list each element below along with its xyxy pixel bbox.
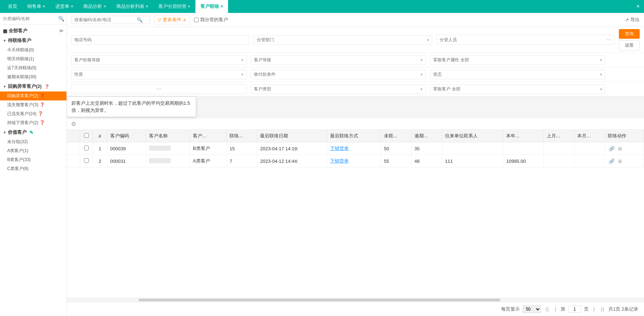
per-page-label: 每页显示 [501,306,520,312]
filter-phone-label: 电话号码 [74,37,92,43]
export-button[interactable]: ↗ 导出 [625,16,640,23]
action-grid-icon-2[interactable]: ⊞ [618,159,622,164]
filter-scattered-attr[interactable]: 零散客户属性 全部 ▾ [430,55,605,65]
filter-row-3: 性质 ▾ 收付款条件 ▾ 状态 ▾ [67,67,644,82]
sidebar-item-a-class[interactable]: A类客户(1) [0,146,66,155]
filter-scattered-customers[interactable]: 零散客户 全部 ▾ [430,84,605,94]
td-level-2: A类客户 [190,155,227,168]
prev-first-icon[interactable]: ⟨⟨ [544,306,550,312]
action-link-icon-2[interactable]: 🔗 [609,159,615,164]
table-header-row: # 客户编码 客户名称 客户... 联络... 最后联络日期 最后联络方式 未联… [67,130,644,142]
more-conditions-label: 更多条件 [163,16,181,23]
per-page-select[interactable]: 50 20 100 [523,305,541,313]
nav-sales[interactable]: 销售单 × [22,0,50,13]
td-code-1: 000039 [107,142,146,155]
next-last-icon[interactable]: ⟩⟩ [599,306,606,312]
chevron-up-icon: ∧ [183,17,186,23]
sidebar-collapse-icon[interactable]: ≫ [59,28,64,33]
row-checkbox-1[interactable] [84,146,89,150]
query-button[interactable]: 查询 [619,29,640,39]
sidebar-section-value[interactable]: ▼ 价值客户 ✎ [0,127,66,137]
page-input[interactable] [568,306,581,313]
sidebar-section-abnormal[interactable]: ▼ 回购异常客户(2) ❓ [0,81,66,91]
th-no: # [93,130,107,142]
edit-icon[interactable]: ✎ [29,130,33,135]
sidebar-item-7days[interactable]: 近7天待联络(0) [0,63,66,72]
sidebar-item-tomorrow[interactable]: 明天待联络(1) [0,55,66,63]
sidebar-section-pending[interactable]: ▼ 待联络客户 [0,36,66,46]
arrow-down-icon3: ▼ [3,131,6,135]
more-fields-icon[interactable]: ··· [156,86,161,92]
row-checkbox-2[interactable] [84,158,89,163]
td-last-month-1 [543,142,574,155]
prev-icon[interactable]: ⟨ [553,306,558,312]
next-icon[interactable]: ⟩ [592,306,596,312]
export-label: 导出 [630,16,640,23]
action-link-icon-1[interactable]: 🔗 [609,146,615,151]
sidebar-item-overdue[interactable]: 逾期未联络(30) [0,72,66,81]
nav-product-list[interactable]: 商品分析列表 × [111,0,153,13]
th-last-contact-type: 最后联络方式 [327,130,381,142]
nav-customer-contact[interactable]: 客户联络 × [195,0,228,13]
td-contacts-2: 111 [442,155,503,168]
filter-phone[interactable]: 电话号码 [71,35,249,45]
td-last-month-2 [543,155,574,168]
sidebar-item-abnormal-active[interactable]: 回购异常客户(2) ❓ [0,91,66,100]
select-all-checkbox[interactable] [84,133,89,138]
filter-customer-level[interactable]: 客户等级 ▾ [251,55,426,65]
tooltip-text: 距客户上次交易时长，超过了此客户的平均交易周期的1.5倍，则视为异常。 [71,100,190,113]
th-not-contacted: 未联... [381,130,411,142]
nav-product-analysis[interactable]: 商品分析 × [78,0,111,13]
sidebar-item-b-class[interactable]: B类客户(33) [0,155,66,164]
scrollbar-thumb[interactable] [139,299,500,301]
sidebar-item-churned[interactable]: 已流失客户(24) ❓ [0,109,66,118]
contact-type-link-1[interactable]: 下销货单 [330,146,349,151]
filter-bar: 🔍 ▽ 更多条件 ∧ 我分管的客户 ↗ 导出 [67,13,644,27]
filter-row-1: 电话号码 分管部门 ▾ 分管人员 ··· 查询 设置 [67,27,644,53]
td-contact-2: 7 [227,155,257,168]
sidebar-item-unclassified[interactable]: 未分组(32) [0,137,66,146]
filter-search-input[interactable] [74,17,135,22]
sidebar-search-input[interactable] [3,16,57,21]
td-overdue-1: 35 [411,142,442,155]
filter-payment[interactable]: 收付款条件 ▾ [251,70,426,79]
sidebar-item-declining[interactable]: 持续下滑客户(2) ❓ [0,118,66,127]
filter-status[interactable]: 状态 ▾ [430,70,605,79]
table-area: ⚙ # 客户编码 客户名称 客户... 联络... 最后联络日期 [67,118,644,316]
sidebar-all-customers[interactable]: ▦ 全部客户 ≫ [0,25,66,36]
th-contact-action: 联络动作 [604,130,644,142]
window-close-icon[interactable]: × [636,3,640,10]
td-contact-1: 15 [227,142,257,155]
nav-purchase[interactable]: 进货单 × [50,0,78,13]
total-label: 共1页 2条记录 [608,306,638,312]
sidebar-item-today[interactable]: 今天待联络(0) [0,46,66,55]
content-area: 🔍 ▽ 更多条件 ∧ 我分管的客户 ↗ 导出 电话号码 [67,13,644,316]
contact-type-link-2[interactable]: 下销货单 [330,158,349,164]
dots-icon[interactable]: ··· [607,37,611,43]
nav-home[interactable]: 首页 [3,0,22,13]
question-icon[interactable]: ❓ [45,84,50,89]
td-settings-1 [67,142,80,155]
my-customers-label: 我分管的客户 [200,16,228,23]
more-conditions-btn[interactable]: ▽ 更多条件 ∧ [154,15,190,24]
horizontal-scrollbar[interactable] [67,298,644,302]
dropdown-arrow-icon4: ▾ [600,58,602,62]
dropdown-arrow-icon6: ▾ [421,72,422,76]
my-customers-checkbox[interactable] [194,18,199,22]
customer-table: # 客户编码 客户名称 客户... 联络... 最后联络日期 最后联络方式 未联… [67,130,644,168]
action-grid-icon-1[interactable]: ⊞ [618,146,622,151]
sidebar-item-churn-warning[interactable]: 流失预警客户(3) ❓ [0,100,66,109]
nav-customer-tier[interactable]: 客户分层经营 × [153,0,195,13]
td-settings-2 [67,155,80,168]
filter-person[interactable]: 分管人员 ··· [436,35,615,45]
filter-customer-type[interactable]: 客户类型 ▾ [251,84,426,94]
sidebar-item-c-class[interactable]: C类客户(6) [0,164,66,173]
filter-search-icon[interactable]: 🔍 [137,17,143,23]
filter-department[interactable]: 分管部门 ▾ [254,35,432,45]
sidebar-search-icon[interactable]: 🔍 [58,16,64,22]
settings-gear-icon[interactable]: ⚙ [71,121,76,127]
settings-button[interactable]: 设置 [619,40,640,51]
filter-price-level[interactable]: 客户价格等级 ▾ [71,55,246,65]
filter-nature[interactable]: 性质 ▾ [71,70,246,79]
dropdown-arrow-icon8: ▾ [421,87,422,91]
